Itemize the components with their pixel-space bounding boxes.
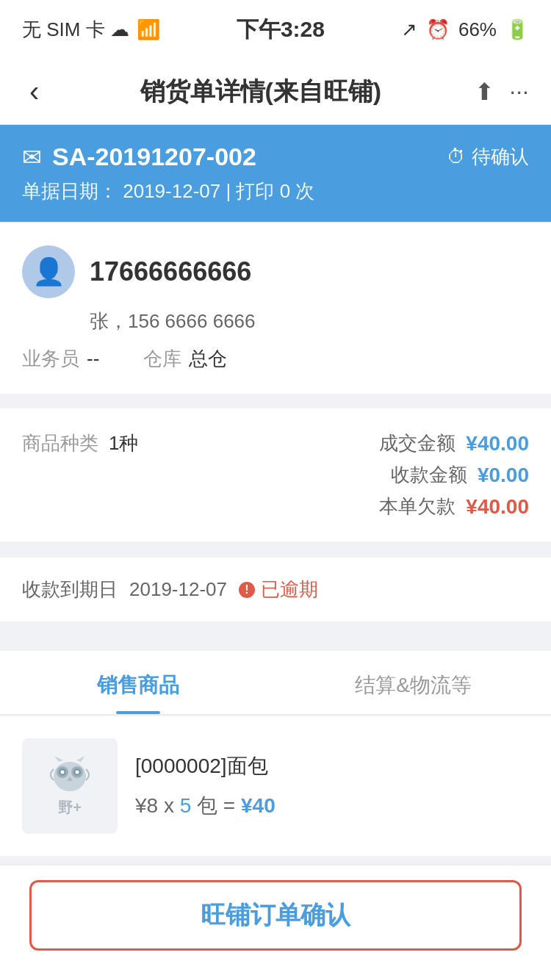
amount-value-2: ¥40.00 <box>466 495 529 519</box>
customer-row: 👤 17666666666 <box>22 245 529 298</box>
product-section: 野+ [0000002]面包 ¥8 x 5 包 = ¥40 <box>0 716 551 856</box>
duedate-section: 收款到期日 2019-12-07 ! 已逾期 <box>0 558 551 621</box>
status-left: 无 SIM 卡 ☁ 📶 <box>22 17 160 43</box>
tab-products[interactable]: 销售商品 <box>0 651 276 714</box>
no-sim-text: 无 SIM 卡 ☁ <box>22 17 129 43</box>
print-count: | 打印 0 次 <box>226 180 314 202</box>
owl-logo-icon <box>44 754 96 795</box>
price-equals: = <box>223 794 241 817</box>
tab-products-label: 销售商品 <box>97 674 179 696</box>
divider-1 <box>0 394 551 408</box>
product-item: 野+ [0000002]面包 ¥8 x 5 包 = ¥40 <box>0 716 551 856</box>
status-clock-icon: ⏱ <box>447 145 466 168</box>
overdue-badge: ! 已逾期 <box>239 577 318 602</box>
staff-item: 业务员 -- <box>22 346 99 372</box>
date-value: 2019-12-07 <box>123 180 220 202</box>
customer-name: 张，156 6666 6666 <box>22 309 529 334</box>
price-unit-text: 包 <box>197 794 217 817</box>
customer-section: 👤 17666666666 张，156 6666 6666 业务员 -- 仓库 … <box>0 223 551 394</box>
product-info: [0000002]面包 ¥8 x 5 包 = ¥40 <box>135 752 529 820</box>
price-total: ¥40 <box>241 794 276 817</box>
tabs-section: 销售商品 结算&物流等 <box>0 651 551 715</box>
battery-icon: 🔋 <box>505 18 529 41</box>
product-name: [0000002]面包 <box>135 752 529 780</box>
tab-settlement-label: 结算&物流等 <box>355 674 472 696</box>
order-status: ⏱ 待确认 <box>447 144 529 170</box>
amount-value-0: ¥40.00 <box>466 432 529 455</box>
more-button[interactable]: ··· <box>509 78 529 105</box>
price-qty: 5 <box>180 794 192 817</box>
warehouse-label: 仓库 <box>143 346 181 372</box>
order-date-line: 单据日期： 2019-12-07 | 打印 0 次 <box>22 179 529 204</box>
status-time: 下午3:28 <box>237 15 325 45</box>
duedate-label: 收款到期日 <box>22 577 118 602</box>
divider-3 <box>0 621 551 636</box>
summary-section: 商品种类 1种 成交金额 ¥40.00 收款金额 ¥0.00 本单欠款 ¥40.… <box>0 408 551 541</box>
back-button[interactable]: ‹ <box>22 68 46 115</box>
amount-label-2: 本单欠款 <box>379 494 455 519</box>
share-button[interactable]: ⬆ <box>475 78 494 106</box>
staff-value: -- <box>87 347 99 370</box>
price-multiply: x <box>164 794 180 817</box>
bottom-bar: 旺铺订单确认 <box>0 865 551 980</box>
battery-text: 66% <box>458 18 497 41</box>
summary-left: 商品种类 1种 <box>22 430 138 456</box>
status-text: 待确认 <box>472 144 529 170</box>
alarm-icon: ⏰ <box>426 18 450 41</box>
order-id-wrap: ✉ SA-20191207-002 <box>22 143 256 171</box>
svg-point-3 <box>61 771 65 774</box>
svg-marker-8 <box>54 756 63 762</box>
page-title: 销货单详情(来自旺铺) <box>140 75 382 109</box>
summary-row: 商品种类 1种 成交金额 ¥40.00 收款金额 ¥0.00 本单欠款 ¥40.… <box>22 430 529 519</box>
order-header-row1: ✉ SA-20191207-002 ⏱ 待确认 <box>22 143 529 171</box>
customer-phone: 17666666666 <box>90 256 251 287</box>
svg-point-6 <box>76 771 79 774</box>
order-header: ✉ SA-20191207-002 ⏱ 待确认 单据日期： 2019-12-07… <box>0 125 551 222</box>
product-price-row: ¥8 x 5 包 = ¥40 <box>135 792 529 820</box>
product-thumb-inner: 野+ <box>44 754 96 818</box>
svg-marker-9 <box>76 756 85 762</box>
amount-label-0: 成交金额 <box>379 430 455 456</box>
status-right: ↗ ⏰ 66% 🔋 <box>401 18 529 41</box>
status-bar: 无 SIM 卡 ☁ 📶 下午3:28 ↗ ⏰ 66% 🔋 <box>0 0 551 59</box>
order-email-icon: ✉ <box>22 143 42 171</box>
overdue-text: 已逾期 <box>261 577 318 602</box>
wifi-icon: 📶 <box>137 18 160 41</box>
customer-meta: 业务员 -- 仓库 总仓 <box>22 346 529 372</box>
brand-plus-text: 野+ <box>58 798 82 818</box>
amount-value-1: ¥0.00 <box>478 464 529 487</box>
warehouse-item: 仓库 总仓 <box>143 346 227 372</box>
category-value: 1种 <box>109 430 138 456</box>
warehouse-value: 总仓 <box>189 346 227 372</box>
divider-2 <box>0 541 551 556</box>
order-id: SA-20191207-002 <box>52 143 256 171</box>
amount-row-1: 收款金额 ¥0.00 <box>391 462 529 488</box>
amount-label-1: 收款金额 <box>391 462 467 488</box>
amount-row-0: 成交金额 ¥40.00 <box>379 430 529 456</box>
nav-right-actions: ⬆ ··· <box>475 78 529 106</box>
staff-label: 业务员 <box>22 346 79 372</box>
avatar-icon: 👤 <box>32 256 65 287</box>
product-thumbnail: 野+ <box>22 738 118 834</box>
duedate-value: 2019-12-07 <box>129 578 227 601</box>
overdue-dot-icon: ! <box>239 582 255 598</box>
tab-settlement[interactable]: 结算&物流等 <box>276 651 551 714</box>
date-label: 单据日期： <box>22 180 118 202</box>
location-icon: ↗ <box>401 18 417 41</box>
price-unit: ¥8 <box>135 794 158 817</box>
nav-bar: ‹ 销货单详情(来自旺铺) ⬆ ··· <box>0 59 551 125</box>
amount-row-2: 本单欠款 ¥40.00 <box>379 494 529 519</box>
category-label: 商品种类 <box>22 430 98 456</box>
confirm-order-button[interactable]: 旺铺订单确认 <box>29 880 522 951</box>
avatar: 👤 <box>22 245 75 298</box>
summary-right: 成交金额 ¥40.00 收款金额 ¥0.00 本单欠款 ¥40.00 <box>379 430 529 519</box>
